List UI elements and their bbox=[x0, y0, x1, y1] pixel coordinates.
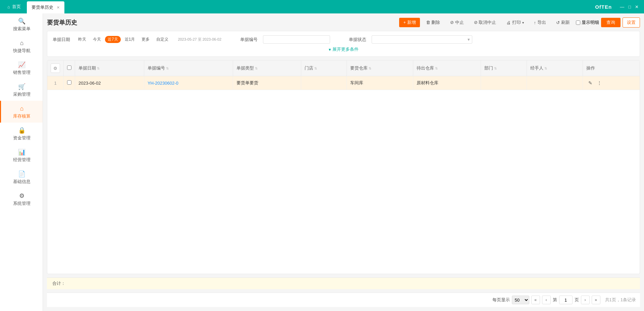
settings-button[interactable]: 设置 bbox=[623, 17, 640, 28]
sort-doc-no-icon: ⇅ bbox=[166, 66, 169, 70]
th-store[interactable]: 门店 ⇅ bbox=[301, 60, 346, 76]
table-header-row: ⚙ 单据日期 ⇅ 单据编号 bbox=[47, 60, 640, 76]
th-pending-warehouse[interactable]: 待出仓库 ⇅ bbox=[413, 60, 481, 76]
page-number-input[interactable] bbox=[559, 296, 573, 304]
requisition-table: ⚙ 单据日期 ⇅ 单据编号 bbox=[47, 60, 640, 90]
export-button[interactable]: ↑ 导出 bbox=[530, 18, 550, 27]
toolbar-actions: + 新增 🗑 删除 ⊘ 中止 ⊘ 取消中止 🖨 🖨 打印 打印 ▾ ↑ 导出 ↺… bbox=[399, 17, 640, 28]
quick-nav-icon: ⌂ bbox=[20, 40, 24, 46]
maximize-icon[interactable]: □ bbox=[628, 4, 631, 9]
th-settings[interactable]: ⚙ bbox=[47, 60, 64, 76]
page-last-btn[interactable]: » bbox=[592, 296, 600, 304]
row-doc-no: YH-20230602-0 bbox=[144, 76, 233, 90]
th-doc-no[interactable]: 单据编号 ⇅ bbox=[144, 60, 233, 76]
sort-store[interactable]: 门店 ⇅ bbox=[305, 65, 317, 71]
display-detail-checkbox-wrap[interactable]: 显示明细 bbox=[576, 19, 599, 26]
date-btn-custom[interactable]: 自定义 bbox=[154, 36, 171, 43]
tab-requisition-history[interactable]: 要货单历史 ✕ bbox=[27, 1, 64, 13]
sort-pending-warehouse-icon: ⇅ bbox=[435, 66, 438, 70]
brand-logo: OfTEn bbox=[595, 4, 612, 10]
print-button[interactable]: 🖨 🖨 打印 打印 ▾ bbox=[502, 18, 528, 27]
row-store bbox=[301, 76, 346, 90]
row-pending-warehouse: 原材料仓库 bbox=[413, 76, 481, 90]
tab-home[interactable]: ⌂ 首页 bbox=[3, 0, 25, 13]
row-more-icon[interactable]: ⋮ bbox=[595, 79, 603, 87]
date-btn-more[interactable]: 更多 bbox=[139, 36, 152, 43]
row-req-warehouse: 车间库 bbox=[347, 76, 413, 90]
page-prefix: 第 bbox=[553, 297, 557, 303]
row-edit-icon[interactable]: ✎ bbox=[586, 79, 594, 87]
th-date[interactable]: 单据日期 ⇅ bbox=[75, 60, 144, 76]
close-tab-icon[interactable]: ✕ bbox=[57, 5, 60, 10]
select-all-checkbox[interactable] bbox=[67, 65, 71, 70]
row-index: 1 bbox=[47, 76, 64, 90]
page-first-btn[interactable]: « bbox=[531, 296, 540, 304]
row-checkbox-cell bbox=[64, 76, 75, 90]
sort-store-icon: ⇅ bbox=[314, 66, 317, 70]
expand-more-row[interactable]: ▾ 展开更多条件 bbox=[53, 46, 634, 52]
summary-label: 合计： bbox=[52, 280, 65, 286]
date-btn-1month[interactable]: 近1月 bbox=[122, 36, 138, 43]
doc-no-label: 单据编号 bbox=[240, 37, 258, 43]
sidebar-item-quick-nav[interactable]: ⌂ 快捷导航 bbox=[0, 35, 43, 57]
purchase-icon: 🛒 bbox=[18, 84, 25, 90]
sidebar-item-system-mgmt[interactable]: ⚙ 系统管理 bbox=[0, 188, 43, 210]
doc-no-link[interactable]: YH-20230602-0 bbox=[148, 81, 178, 86]
sidebar-item-sales-mgmt[interactable]: 📈 销售管理 bbox=[0, 57, 43, 79]
row-action: ✎ ⋮ bbox=[583, 76, 640, 90]
delete-button[interactable]: 🗑 删除 bbox=[422, 18, 444, 27]
main-layout: 🔍 搜索菜单 ⌂ 快捷导航 📈 销售管理 🛒 采购管理 ⌂ 库存核算 🔒 资金管… bbox=[0, 13, 644, 311]
row-handler bbox=[527, 76, 583, 90]
print-icon: 🖨 bbox=[506, 20, 511, 25]
page-next-btn[interactable]: › bbox=[581, 296, 590, 304]
sort-handler[interactable]: 经手人 ⇅ bbox=[530, 65, 547, 71]
minimize-icon[interactable]: — bbox=[620, 4, 624, 9]
search-menu-icon: 🔍 bbox=[18, 18, 25, 24]
operations-icon: 📊 bbox=[18, 149, 25, 155]
display-detail-checkbox[interactable] bbox=[576, 20, 580, 25]
sort-date[interactable]: 单据日期 ⇅ bbox=[78, 65, 100, 71]
sort-dept[interactable]: 部门 ⇅ bbox=[484, 65, 497, 71]
export-icon: ↑ bbox=[534, 20, 536, 25]
table-wrap: ⚙ 单据日期 ⇅ 单据编号 bbox=[47, 60, 640, 274]
total-info: 共1页，1条记录 bbox=[605, 297, 636, 303]
sort-handler-icon: ⇅ bbox=[544, 66, 547, 70]
th-dept[interactable]: 部门 ⇅ bbox=[481, 60, 527, 76]
cancel-stop-button[interactable]: ⊘ 取消中止 bbox=[470, 18, 500, 27]
sort-doc-no[interactable]: 单据编号 ⇅ bbox=[148, 65, 169, 71]
sidebar-item-search-menu[interactable]: 🔍 搜索菜单 bbox=[0, 13, 43, 35]
sidebar-item-basic-info[interactable]: 📄 基础信息 bbox=[0, 166, 43, 188]
sort-req-warehouse-icon: ⇅ bbox=[369, 66, 371, 70]
doc-no-input[interactable] bbox=[263, 35, 330, 44]
print-dropdown-icon[interactable]: ▾ bbox=[522, 21, 524, 25]
sort-pending-warehouse[interactable]: 待出仓库 ⇅ bbox=[417, 65, 438, 71]
column-settings-icon[interactable]: ⚙ bbox=[51, 63, 60, 73]
sort-doc-type[interactable]: 单据类型 ⇅ bbox=[236, 65, 258, 71]
per-page-select[interactable]: 50 10 20 100 bbox=[512, 296, 529, 304]
refresh-button[interactable]: ↺ 刷新 bbox=[552, 18, 574, 27]
row-checkbox[interactable] bbox=[67, 80, 71, 85]
stop-button[interactable]: ⊘ 中止 bbox=[446, 18, 468, 27]
sort-req-warehouse[interactable]: 要货仓库 ⇅ bbox=[350, 65, 371, 71]
window-close-icon[interactable]: ✕ bbox=[635, 4, 639, 9]
filter-row-1: 单据日期 昨天 今天 近7天 近1月 更多 自定义 2023-05-27 至 2… bbox=[53, 35, 634, 44]
date-btn-today[interactable]: 今天 bbox=[90, 36, 104, 43]
sidebar-item-operations[interactable]: 📊 经营管理 bbox=[0, 144, 43, 166]
th-handler[interactable]: 经手人 ⇅ bbox=[527, 60, 583, 76]
date-filter-label: 单据日期 bbox=[53, 37, 70, 43]
sidebar-item-purchase-mgmt[interactable]: 🛒 采购管理 bbox=[0, 79, 43, 101]
th-checkbox bbox=[64, 60, 75, 76]
status-select[interactable] bbox=[372, 36, 466, 43]
th-req-warehouse[interactable]: 要货仓库 ⇅ bbox=[347, 60, 413, 76]
page-prev-btn[interactable]: ‹ bbox=[542, 296, 551, 304]
page-title: 要货单历史 bbox=[47, 18, 77, 27]
summary-bar: 合计： bbox=[47, 277, 640, 289]
query-button[interactable]: 查询 bbox=[601, 18, 621, 27]
new-button[interactable]: + 新增 bbox=[399, 18, 420, 27]
sidebar-item-finance[interactable]: 🔒 资金管理 bbox=[0, 123, 43, 144]
sidebar-item-inventory[interactable]: ⌂ 库存核算 bbox=[0, 101, 43, 123]
content-area: 要货单历史 + 新增 🗑 删除 ⊘ 中止 ⊘ 取消中止 🖨 🖨 打印 打印 ▾ … bbox=[43, 13, 644, 311]
date-btn-yesterday[interactable]: 昨天 bbox=[75, 36, 89, 43]
th-doc-type[interactable]: 单据类型 ⇅ bbox=[233, 60, 301, 76]
date-btn-7days[interactable]: 近7天 bbox=[105, 36, 121, 43]
